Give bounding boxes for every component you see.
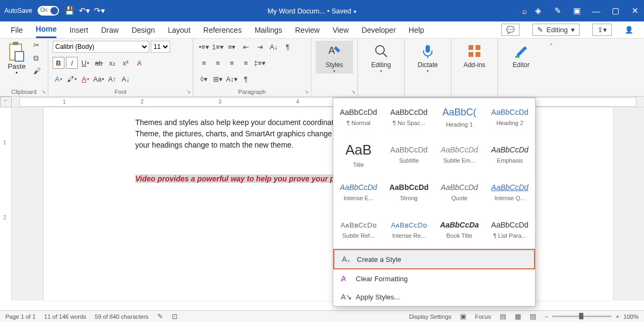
clear-format-button[interactable]: A̷: [133, 57, 145, 69]
account-icon[interactable]: 👤: [625, 26, 633, 34]
focus-label[interactable]: Focus: [475, 313, 491, 320]
style--no-spac-[interactable]: AaBbCcDd¶ No Spac...: [384, 98, 434, 136]
zoom-control[interactable]: − + 100%: [545, 313, 639, 320]
font-name-select[interactable]: Calibri (Body): [53, 41, 149, 53]
page-indicator[interactable]: Page 1 of 1: [5, 313, 35, 320]
justify-button[interactable]: ≡: [239, 57, 252, 69]
font-launcher[interactable]: ↘: [186, 89, 191, 94]
zoom-slider[interactable]: [552, 316, 611, 317]
shrink-font-button[interactable]: A↓: [120, 73, 131, 85]
tab-review[interactable]: Review: [295, 23, 320, 38]
style-emphasis[interactable]: AaBbCcDdEmphasis: [485, 136, 535, 173]
subscript-button[interactable]: x₂: [106, 57, 118, 69]
tab-help[interactable]: Help: [409, 23, 425, 38]
style-heading-2[interactable]: AaBbCcDdHeading 2: [485, 98, 535, 136]
read-mode-icon[interactable]: ▤: [500, 312, 506, 320]
zoom-percent[interactable]: 100%: [624, 313, 639, 320]
style-intense-e-[interactable]: AaBbCcDdIntense E...: [333, 173, 384, 211]
bold-button[interactable]: B: [53, 57, 64, 69]
tab-developer[interactable]: Developer: [362, 23, 396, 38]
create-style-action[interactable]: A₊ Create a Style: [333, 249, 535, 269]
redo-icon[interactable]: ↷▾: [94, 6, 104, 16]
addins-button[interactable]: Add-ins: [456, 41, 493, 69]
cut-icon[interactable]: ✂: [33, 41, 43, 50]
maximize-icon[interactable]: ▢: [611, 6, 620, 16]
minimize-icon[interactable]: —: [591, 6, 601, 16]
style--normal[interactable]: AaBbCcDd¶ Normal: [333, 98, 384, 136]
superscript-button[interactable]: x²: [120, 57, 131, 69]
tab-mailings[interactable]: Mailings: [254, 23, 282, 38]
style-heading-1[interactable]: AaBbC(Heading 1: [434, 98, 485, 136]
clipboard-launcher[interactable]: ↘: [41, 89, 46, 94]
copy-icon[interactable]: ⧉: [33, 54, 43, 63]
styles-button[interactable]: A Styles▾: [316, 41, 353, 74]
window-icon[interactable]: ▣: [572, 6, 582, 16]
align-right-button[interactable]: ≡: [225, 57, 238, 69]
apply-styles-action[interactable]: A↘ Apply Styles...: [333, 288, 535, 306]
show-marks-button[interactable]: ¶: [281, 41, 294, 53]
word-count[interactable]: 11 of 146 words: [44, 313, 86, 320]
save-icon[interactable]: 💾: [64, 6, 74, 16]
multilevel-button[interactable]: ≡▾: [225, 41, 238, 53]
style-book-title[interactable]: AaBbCcDaBook Title: [434, 211, 485, 248]
diamond-icon[interactable]: ◈: [533, 6, 543, 16]
web-layout-icon[interactable]: ▨: [530, 312, 536, 320]
text-effects-button[interactable]: A▾: [53, 73, 64, 85]
underline-button[interactable]: U▾: [79, 57, 91, 69]
format-painter-icon[interactable]: 🖌: [33, 67, 43, 76]
print-layout-icon[interactable]: ▦: [515, 312, 521, 320]
focus-icon[interactable]: ▣: [460, 312, 466, 320]
zoom-out-button[interactable]: −: [545, 313, 548, 320]
style-subtle-em-[interactable]: AaBbCcDdSubtle Em...: [434, 136, 485, 173]
decrease-indent-button[interactable]: ⇤: [239, 41, 252, 53]
clear-formatting-action[interactable]: A̷ Clear Formatting: [333, 269, 535, 288]
share-button[interactable]: ⇪▾: [592, 24, 612, 36]
display-settings[interactable]: Display Settings: [409, 313, 451, 320]
align-left-button[interactable]: ≡: [197, 57, 210, 69]
char-count[interactable]: 59 of 840 characters: [95, 313, 149, 320]
editing-mode-button[interactable]: ✎ Editing ▾: [532, 24, 580, 36]
style-intense-re-[interactable]: AᴀBʙCᴄDᴅIntense Re...: [384, 211, 434, 248]
search-icon[interactable]: ⌕: [519, 6, 529, 16]
accessibility-icon[interactable]: ⊡: [172, 312, 178, 320]
style-subtle-ref-[interactable]: AᴀBʙCᴄDᴅSubtle Ref...: [333, 211, 384, 248]
tab-layout[interactable]: Layout: [168, 23, 191, 38]
tab-insert[interactable]: Insert: [69, 23, 88, 38]
change-case-button[interactable]: Aa▾: [93, 73, 105, 85]
editor-button[interactable]: Editor: [502, 41, 540, 69]
line-spacing-button[interactable]: ‡≡▾: [253, 57, 266, 69]
shading-button[interactable]: ◊▾: [197, 73, 210, 85]
bullets-button[interactable]: •≡▾: [197, 41, 210, 53]
autosave-toggle[interactable]: On: [38, 6, 59, 16]
comments-button[interactable]: 💬: [501, 24, 519, 36]
zoom-in-button[interactable]: +: [616, 313, 619, 320]
highlight-button[interactable]: 🖍▾: [66, 73, 78, 85]
font-color-button[interactable]: A▾: [79, 73, 91, 85]
style-subtitle[interactable]: AaBbCcDdSubtitle: [384, 136, 434, 173]
tab-home[interactable]: Home: [36, 21, 57, 38]
sort-button[interactable]: A↓: [267, 41, 280, 53]
collapse-ribbon-button[interactable]: ˄: [544, 39, 558, 96]
style-strong[interactable]: AaBbCcDdStrong: [384, 173, 434, 211]
pilcrow2-button[interactable]: ¶: [239, 73, 252, 85]
borders-button[interactable]: ⊞▾: [211, 73, 224, 85]
paragraph-launcher[interactable]: ↘: [304, 89, 309, 94]
grow-font-button[interactable]: A↑: [106, 73, 118, 85]
tab-file[interactable]: File: [11, 23, 23, 38]
numbering-button[interactable]: 1≡▾: [211, 41, 224, 53]
spellcheck-icon[interactable]: ✎: [157, 312, 163, 320]
style--list-para-[interactable]: AaBbCcDd¶ List Para...: [485, 211, 535, 248]
tab-references[interactable]: References: [203, 23, 242, 38]
style-intense-q-[interactable]: AaBbCcDdIntense Q...: [485, 173, 535, 211]
close-icon[interactable]: ✕: [630, 6, 640, 16]
style-quote[interactable]: AaBbCcDdQuote: [434, 173, 485, 211]
brush-icon[interactable]: ✎: [553, 6, 562, 16]
dictate-button[interactable]: Dictate▾: [409, 41, 447, 74]
strikethrough-button[interactable]: ab: [93, 57, 105, 69]
undo-icon[interactable]: ↶▾: [79, 6, 89, 16]
styles-launcher[interactable]: ↘: [351, 89, 355, 94]
paste-button[interactable]: Paste ▾: [4, 41, 29, 87]
editing-button[interactable]: Editing▾: [362, 41, 400, 74]
increase-indent-button[interactable]: ⇥: [253, 41, 266, 53]
tab-view[interactable]: View: [333, 23, 349, 38]
